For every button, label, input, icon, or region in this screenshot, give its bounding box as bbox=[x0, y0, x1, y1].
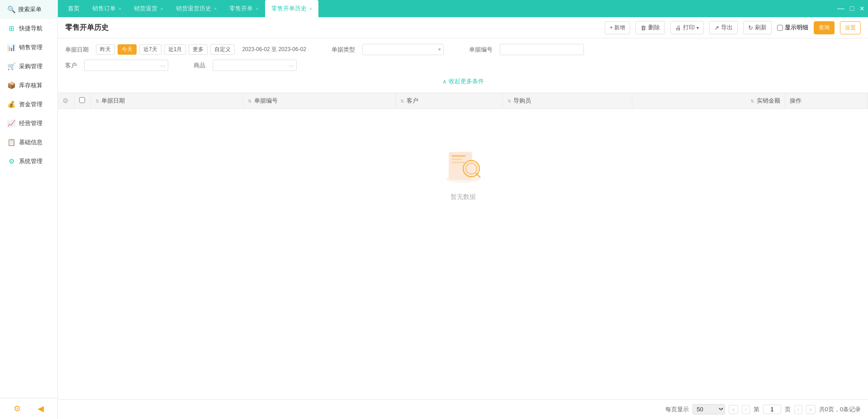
data-table: ⚙ ⇅ 单据日期 ⇅ 单据编号 bbox=[58, 93, 868, 109]
tab-sales-return-history[interactable]: 销货退货历史 × bbox=[170, 0, 223, 17]
display-detail-checkbox[interactable] bbox=[777, 25, 783, 31]
sidebar-item-label: 快捷导航 bbox=[19, 24, 43, 33]
tab-sales-order[interactable]: 销售订单 × bbox=[86, 0, 128, 17]
system-icon: ⚙ bbox=[7, 157, 15, 165]
per-page-select[interactable]: 10 20 50 100 bbox=[693, 404, 725, 414]
date-btn-custom[interactable]: 自定义 bbox=[210, 44, 235, 55]
print-button[interactable]: 🖨 打印 ▾ bbox=[670, 21, 704, 34]
tab-sales-order-close[interactable]: × bbox=[119, 6, 121, 11]
per-page-select-wrapper: 10 20 50 100 ▾ bbox=[693, 404, 725, 414]
tab-sales-return-history-close[interactable]: × bbox=[214, 6, 217, 11]
page-label: 第 bbox=[754, 405, 759, 414]
sidebar-item-label: 库存核算 bbox=[19, 81, 43, 89]
table-settings-col: ⚙ bbox=[58, 93, 74, 109]
date-range-display: 2023-06-02 至 2023-06-02 bbox=[242, 46, 306, 53]
customer-filter-wrapper: ··· bbox=[84, 60, 168, 71]
window-maximize[interactable]: □ bbox=[850, 5, 854, 13]
print-chevron-icon: ▾ bbox=[697, 25, 699, 30]
add-button[interactable]: + 新增 bbox=[605, 21, 630, 34]
per-page-label: 每页显示 bbox=[665, 405, 689, 414]
export-button[interactable]: ↗ 导出 bbox=[709, 21, 738, 34]
operations-icon: 📈 bbox=[7, 119, 15, 127]
main-area: 首页 销售订单 × 销货退货 × 销货退货历史 × 零售开单 × 零售开单历史 … bbox=[58, 0, 868, 419]
settings-bottom-icon[interactable]: ⚙ bbox=[14, 404, 21, 414]
col-date-sort-icon[interactable]: ⇅ bbox=[95, 99, 99, 104]
sidebar-search[interactable]: 🔍 搜索采单 bbox=[0, 0, 57, 19]
tab-retail-open-history-close[interactable]: × bbox=[309, 6, 312, 11]
svg-rect-2 bbox=[451, 155, 466, 157]
tabs-bar: 首页 销售订单 × 销货退货 × 销货退货历史 × 零售开单 × 零售开单历史 … bbox=[58, 0, 868, 17]
table-area: ⚙ ⇅ 单据日期 ⇅ 单据编号 bbox=[58, 93, 868, 399]
col-customer-sort-icon[interactable]: ⇅ bbox=[400, 99, 404, 104]
date-btn-1month[interactable]: 近1月 bbox=[164, 44, 186, 55]
window-close[interactable]: × bbox=[859, 4, 864, 14]
tab-sales-order-label: 销售订单 bbox=[92, 5, 116, 13]
empty-state: 暂无数据 bbox=[58, 109, 868, 237]
sidebar-search-label: 搜索采单 bbox=[18, 5, 42, 14]
collapse-sidebar-icon[interactable]: ◀ bbox=[38, 404, 44, 414]
product-filter-input[interactable] bbox=[213, 60, 297, 71]
col-number-sort-icon[interactable]: ⇅ bbox=[248, 99, 251, 104]
total-label: 共0页，0条记录 bbox=[819, 405, 861, 414]
tab-sales-return[interactable]: 销货退货 × bbox=[128, 0, 169, 17]
col-guide-sort-icon[interactable]: ⇅ bbox=[508, 99, 511, 104]
filter-area: 单据日期 昨天 今天 近7天 近1月 更多 自定义 2023-06-02 至 2… bbox=[58, 38, 868, 93]
settings-button[interactable]: 设置 bbox=[840, 21, 861, 34]
sidebar-item-label: 销售管理 bbox=[19, 43, 43, 52]
tab-retail-open-label: 零售开单 bbox=[229, 5, 253, 13]
tab-retail-open-history[interactable]: 零售开单历史 × bbox=[265, 0, 318, 17]
col-action: 操作 bbox=[785, 93, 868, 109]
sidebar-item-inventory[interactable]: 📦 库存核算 bbox=[0, 76, 57, 95]
sidebar-item-operations[interactable]: 📈 经营管理 bbox=[0, 114, 57, 133]
window-controls: — □ × bbox=[837, 4, 864, 14]
sidebar-item-sales[interactable]: 📊 销售管理 bbox=[0, 38, 57, 57]
sidebar-item-finance[interactable]: 💰 资金管理 bbox=[0, 95, 57, 114]
tab-sales-return-close[interactable]: × bbox=[160, 6, 163, 11]
prev-page-button[interactable]: ‹ bbox=[742, 405, 750, 414]
sidebar-item-system[interactable]: ⚙ 系统管理 bbox=[0, 152, 57, 171]
window-minimize[interactable]: — bbox=[837, 5, 844, 13]
date-btn-more[interactable]: 更多 bbox=[189, 44, 208, 55]
table-settings-icon[interactable]: ⚙ bbox=[62, 97, 68, 104]
next-page-button[interactable]: › bbox=[794, 405, 802, 414]
delete-button[interactable]: 🗑 删除 bbox=[636, 21, 665, 34]
date-filter-label: 单据日期 bbox=[65, 46, 89, 54]
number-filter-input[interactable] bbox=[500, 44, 584, 55]
export-icon: ↗ bbox=[714, 24, 719, 31]
first-page-button[interactable]: « bbox=[729, 405, 738, 414]
sidebar-item-quick-nav[interactable]: ⊞ 快捷导航 bbox=[0, 19, 57, 38]
date-btn-today[interactable]: 今天 bbox=[118, 44, 137, 55]
content-area: 单据日期 昨天 今天 近7天 近1月 更多 自定义 2023-06-02 至 2… bbox=[58, 38, 868, 419]
date-btn-7days[interactable]: 近7天 bbox=[139, 44, 161, 55]
tab-retail-open-close[interactable]: × bbox=[256, 6, 258, 11]
display-detail-checkbox-wrapper[interactable]: 显示明细 bbox=[777, 24, 808, 32]
refresh-button[interactable]: ↻ 刷新 bbox=[743, 21, 772, 34]
query-button[interactable]: 查询 bbox=[814, 21, 835, 34]
quick-nav-icon: ⊞ bbox=[7, 24, 15, 33]
tab-home-label: 首页 bbox=[68, 5, 80, 13]
sidebar-item-purchase[interactable]: 🛒 采购管理 bbox=[0, 57, 57, 76]
collapse-chevron-icon: ∧ bbox=[442, 78, 447, 85]
customer-filter-input[interactable] bbox=[84, 60, 168, 71]
col-action-label: 操作 bbox=[790, 97, 802, 104]
product-filter-label: 商品 bbox=[194, 61, 205, 70]
tab-retail-open[interactable]: 零售开单 × bbox=[223, 0, 265, 17]
display-detail-label: 显示明细 bbox=[785, 24, 808, 32]
svg-rect-3 bbox=[451, 159, 462, 160]
purchase-icon: 🛒 bbox=[7, 62, 15, 71]
date-btn-yesterday[interactable]: 昨天 bbox=[96, 44, 115, 55]
col-amount: ⇅ 实销金额 bbox=[632, 93, 785, 109]
type-filter-select[interactable] bbox=[362, 44, 444, 55]
last-page-button[interactable]: » bbox=[806, 405, 816, 414]
number-filter-label: 单据编号 bbox=[469, 46, 493, 54]
sidebar-item-base-info[interactable]: 📋 基础信息 bbox=[0, 133, 57, 152]
tab-home[interactable]: 首页 bbox=[62, 0, 86, 17]
sidebar-item-label: 经营管理 bbox=[19, 119, 43, 127]
table-header-row: ⚙ ⇅ 单据日期 ⇅ 单据编号 bbox=[58, 93, 868, 109]
finance-icon: 💰 bbox=[7, 100, 15, 108]
col-amount-sort-icon[interactable]: ⇅ bbox=[750, 99, 754, 104]
table-select-all-checkbox[interactable] bbox=[79, 97, 85, 103]
type-filter-wrapper: ▾ bbox=[362, 44, 444, 55]
filter-collapse-button[interactable]: ∧ 收起更多条件 bbox=[65, 75, 861, 87]
page-number-input[interactable] bbox=[763, 405, 781, 414]
